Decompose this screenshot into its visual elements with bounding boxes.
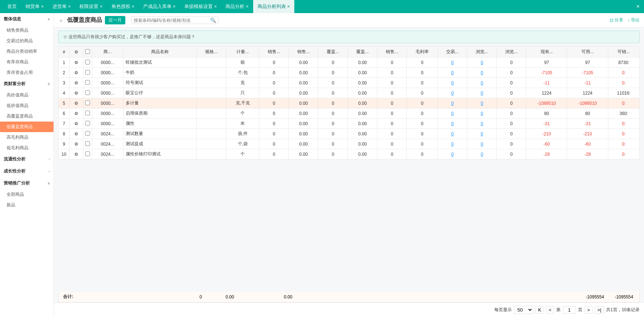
row-checkbox[interactable]: [85, 100, 90, 105]
row-checkbox[interactable]: [85, 70, 90, 75]
collapse-sidebar-button[interactable]: «: [58, 17, 64, 24]
cell-checkbox[interactable]: [83, 139, 92, 149]
col-cover1[interactable]: 覆盖...: [318, 47, 348, 58]
row-checkbox[interactable]: [85, 151, 90, 156]
nav-home[interactable]: 首页: [3, 0, 21, 13]
col-sellable[interactable]: 可销...: [608, 47, 639, 58]
nav-permissions[interactable]: 权限设置 ×: [75, 0, 107, 13]
col-gear[interactable]: ⚙: [70, 47, 83, 58]
cell-browse1[interactable]: 0: [467, 119, 496, 129]
page-size-select[interactable]: 50 100 200: [514, 306, 533, 314]
cell-gear[interactable]: ⚙: [70, 78, 83, 88]
cell-browse1[interactable]: 0: [467, 78, 496, 88]
sidebar-item-category-rate[interactable]: 商品分类动销率: [0, 46, 54, 57]
nav-products[interactable]: 产成品入库单 ×: [139, 0, 180, 13]
sidebar-item-capital[interactable]: 库存资金占用: [0, 67, 54, 78]
sidebar-item-sales-goods[interactable]: 销售类商品: [0, 25, 54, 36]
search-input[interactable]: [134, 18, 210, 23]
nav-analysis-list[interactable]: 商品分析列表 ×: [253, 0, 294, 13]
cell-checkbox[interactable]: [83, 149, 92, 159]
row-checkbox[interactable]: [85, 111, 90, 115]
cell-checkbox[interactable]: [83, 78, 92, 88]
export-button[interactable]: ↑ 导出: [628, 17, 640, 23]
sidebar-item-low-value[interactable]: 低价值商品: [0, 100, 54, 111]
cell-checkbox[interactable]: [83, 58, 92, 68]
cell-gear[interactable]: ⚙: [70, 119, 83, 129]
close-all-tabs[interactable]: ×: [636, 3, 640, 10]
cell-gear[interactable]: ⚙: [70, 149, 83, 159]
search-icon[interactable]: 🔍: [210, 17, 216, 23]
col-browse1[interactable]: 浏览...: [467, 47, 496, 58]
share-button[interactable]: ⊡ 分享: [610, 17, 623, 23]
current-page-input[interactable]: [563, 306, 576, 314]
sidebar-item-new-goods[interactable]: 新品: [0, 200, 54, 210]
nav-templates[interactable]: 单据模板设置 ×: [180, 0, 221, 13]
col-sales1[interactable]: 销售...: [259, 47, 289, 58]
col-cover2[interactable]: 覆盖...: [348, 47, 377, 58]
cell-checkbox[interactable]: [83, 88, 92, 98]
cell-browse1[interactable]: 0: [467, 88, 496, 98]
sidebar-item-low-coverage[interactable]: 低覆盖度商品: [0, 122, 54, 132]
col-trade[interactable]: 交易...: [437, 47, 467, 58]
cell-browse1[interactable]: 0: [467, 98, 496, 108]
nav-purchase[interactable]: 进货单 ×: [48, 0, 75, 13]
first-page-button[interactable]: K: [535, 306, 544, 314]
row-checkbox[interactable]: [85, 60, 90, 64]
cell-gear[interactable]: ⚙: [70, 58, 83, 68]
prev-page-button[interactable]: <: [546, 306, 554, 314]
cell-checkbox[interactable]: [83, 119, 92, 129]
col-name[interactable]: 商品名称: [123, 47, 196, 58]
cell-browse1[interactable]: 0: [467, 129, 496, 139]
cell-gear[interactable]: ⚙: [70, 108, 83, 119]
next-page-button[interactable]: >: [585, 306, 593, 314]
row-checkbox[interactable]: [85, 80, 90, 85]
cell-browse1[interactable]: 0: [467, 58, 496, 68]
sidebar-item-low-margin[interactable]: 低毛利商品: [0, 143, 54, 153]
col-current[interactable]: 现有...: [526, 47, 567, 58]
col-sales3[interactable]: 销售...: [377, 47, 407, 58]
cell-checkbox[interactable]: [83, 129, 92, 139]
cell-gear[interactable]: ⚙: [70, 98, 83, 108]
row-checkbox[interactable]: [85, 141, 90, 146]
sidebar-item-high-coverage[interactable]: 高覆盖度商品: [0, 111, 54, 122]
col-spec[interactable]: 规格...: [197, 47, 226, 58]
col-available[interactable]: 可用...: [567, 47, 608, 58]
sidebar-item-in-stock[interactable]: 有库存商品: [0, 57, 54, 67]
cell-gear[interactable]: ⚙: [70, 88, 83, 98]
col-margin[interactable]: 毛利率: [407, 47, 438, 58]
sidebar-item-high-value[interactable]: 高价值商品: [0, 90, 54, 100]
sidebar-item-all-goods[interactable]: 全部商品: [0, 189, 54, 200]
sidebar-section-circulation[interactable]: 流通性分析 ›: [0, 153, 54, 165]
sidebar-section-wealth[interactable]: 类财富分析 ∨: [0, 78, 54, 90]
cell-browse1[interactable]: 0: [467, 108, 496, 119]
row-checkbox[interactable]: [85, 131, 90, 136]
cell-browse1[interactable]: 0: [467, 149, 496, 159]
last-page-button[interactable]: >|: [595, 306, 604, 314]
select-all-checkbox[interactable]: [85, 49, 90, 54]
col-checkbox[interactable]: [83, 47, 92, 58]
cell-gear[interactable]: ⚙: [70, 129, 83, 139]
cell-checkbox[interactable]: [83, 68, 92, 78]
cell-checkbox[interactable]: [83, 98, 92, 108]
nav-sales[interactable]: 销货单 ×: [21, 0, 48, 13]
cell-gear[interactable]: ⚙: [70, 68, 83, 78]
sidebar-section-growth[interactable]: 成长性分析 ›: [0, 165, 54, 177]
cell-gear[interactable]: ⚙: [70, 139, 83, 149]
cell-browse1[interactable]: 0: [467, 68, 496, 78]
cell-browse1[interactable]: 0: [467, 139, 496, 149]
cell-checkbox[interactable]: [83, 108, 92, 119]
col-unit[interactable]: 计量...: [226, 47, 259, 58]
sidebar-item-traded-goods[interactable]: 交易过的商品: [0, 36, 54, 46]
sidebar-section-overall[interactable]: 整体信息 ∨: [0, 13, 54, 25]
nav-roles[interactable]: 角色授权 ×: [107, 0, 139, 13]
nav-analysis[interactable]: 商品分析 ×: [221, 0, 253, 13]
row-checkbox[interactable]: [85, 121, 90, 126]
table-wrapper[interactable]: # ⚙ 商... 商品名称 规格... 计量... 销售... 销售... 覆盖…: [58, 46, 640, 292]
sidebar-item-high-margin[interactable]: 高毛利商品: [0, 132, 54, 143]
date-filter-button[interactable]: 近一月: [105, 16, 125, 24]
sidebar-section-marketing[interactable]: 营销推广分析 ∨: [0, 177, 54, 189]
col-code[interactable]: 商...: [92, 47, 123, 58]
row-checkbox[interactable]: [85, 90, 90, 95]
col-sales2[interactable]: 销售...: [289, 47, 318, 58]
col-browse2[interactable]: 浏览...: [496, 47, 526, 58]
